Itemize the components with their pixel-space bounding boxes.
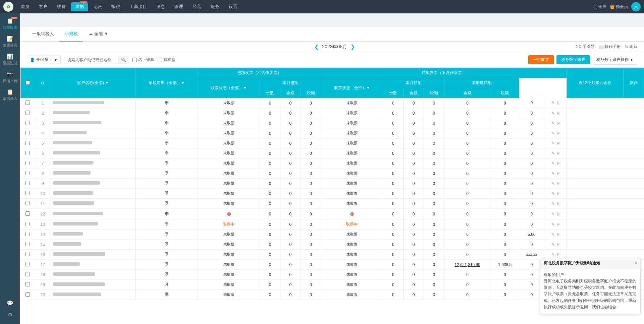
copy-button[interactable]: ⎘ bbox=[557, 191, 559, 196]
edit-button[interactable]: ✎ bbox=[551, 242, 555, 247]
search-input[interactable] bbox=[64, 56, 118, 64]
user-avatar[interactable]: 人 bbox=[631, 2, 641, 11]
copy-button[interactable]: ⎘ bbox=[557, 131, 559, 136]
select-all-checkbox[interactable] bbox=[25, 80, 30, 85]
copy-button[interactable]: ⎘ bbox=[557, 141, 559, 146]
status-unticket: 未取票 bbox=[223, 131, 234, 135]
copy-button[interactable]: ⎘ bbox=[557, 171, 559, 176]
checkbox-account[interactable]: 名下账套 bbox=[132, 57, 154, 63]
row-checkbox[interactable] bbox=[25, 161, 30, 165]
search-button[interactable]: 🔍 bbox=[118, 56, 129, 64]
edit-button[interactable]: ✎ bbox=[551, 161, 555, 166]
row-checkbox[interactable] bbox=[25, 292, 30, 297]
edit-button[interactable]: ✎ bbox=[551, 252, 555, 257]
copy-button[interactable]: ⎘ bbox=[557, 212, 559, 216]
row-checkbox[interactable] bbox=[25, 211, 30, 216]
copy-button[interactable]: ⎘ bbox=[557, 161, 559, 166]
refresh-button[interactable]: ↻ 刷新 bbox=[625, 44, 637, 50]
edit-button[interactable]: ✎ bbox=[551, 111, 555, 116]
row-checkbox[interactable] bbox=[25, 141, 30, 145]
sidebar-item-invoice-open[interactable]: 📝 发票开具 bbox=[0, 33, 20, 51]
copy-button[interactable]: ⎘ bbox=[557, 201, 559, 206]
edit-button[interactable]: ✎ bbox=[551, 201, 555, 206]
copy-button[interactable]: ⎘ bbox=[557, 181, 559, 186]
tab-all-capable[interactable]: ☁ 全能 ▼ bbox=[83, 27, 114, 42]
sidebar-item-smart-ticket[interactable]: 📋 智能取票 new bbox=[0, 15, 20, 33]
member-button[interactable]: 👑 购会员 bbox=[610, 4, 628, 10]
row-checkbox[interactable] bbox=[25, 101, 30, 105]
copy-button[interactable]: ⎘ bbox=[557, 242, 559, 247]
sidebar-item-chat[interactable]: 💬 bbox=[0, 297, 20, 309]
copy-button[interactable]: ⎘ bbox=[557, 222, 559, 227]
sidebar-item-invoice-summary[interactable]: 📊 票据汇总 bbox=[0, 51, 20, 68]
edit-button[interactable]: ✎ bbox=[551, 232, 555, 237]
edit-button[interactable]: ✎ bbox=[551, 181, 555, 186]
nav-manage[interactable]: 管理 bbox=[170, 2, 187, 11]
row-checkbox[interactable] bbox=[25, 222, 30, 226]
nav-accounting[interactable]: 记账 bbox=[89, 2, 106, 11]
notification-close-button[interactable]: × bbox=[635, 261, 637, 265]
one-key-ticket-button[interactable]: 一键取票 bbox=[528, 55, 554, 64]
row-checkbox[interactable] bbox=[25, 252, 30, 256]
tab-general-taxpayer[interactable]: 一般纳税人 bbox=[27, 27, 59, 42]
employee-filter[interactable]: 👤 全部员工 ▼ bbox=[27, 56, 61, 64]
nav-business[interactable]: 工商项目 bbox=[125, 2, 151, 11]
next-period-button[interactable]: ❯ bbox=[351, 44, 355, 50]
row-checkbox[interactable] bbox=[25, 272, 30, 276]
new-guide-button[interactable]: ? 新手引导 bbox=[575, 44, 595, 50]
td-in-amount: 0 bbox=[280, 230, 301, 240]
taxdisk-checkbox[interactable] bbox=[158, 58, 162, 62]
copy-button[interactable]: ⎘ bbox=[557, 232, 559, 237]
tab-small-scale[interactable]: 小规模 bbox=[59, 27, 83, 42]
sidebar-item-invoice-entry[interactable]: 📋 票据录入 bbox=[0, 86, 20, 104]
edit-button[interactable]: ✎ bbox=[551, 101, 555, 105]
edit-button[interactable]: ✎ bbox=[551, 212, 555, 216]
nav-settings[interactable]: 设置 bbox=[225, 2, 241, 11]
nav-fee[interactable]: 收费 bbox=[53, 2, 70, 11]
total12-value: 0 bbox=[530, 101, 533, 105]
sidebar-item-scan-upload[interactable]: 📷 扫描上传 bbox=[0, 68, 20, 86]
nav-ticket[interactable]: 票据 new bbox=[71, 2, 88, 11]
row-checkbox[interactable] bbox=[25, 282, 30, 286]
row-checkbox[interactable] bbox=[25, 242, 30, 246]
nav-tax[interactable]: 报税 bbox=[107, 2, 124, 11]
row-checkbox[interactable] bbox=[25, 151, 30, 155]
fullscreen-button[interactable]: ⛶ 全屏 bbox=[593, 4, 606, 10]
row-checkbox[interactable] bbox=[25, 201, 30, 205]
row-checkbox[interactable] bbox=[25, 232, 30, 236]
edit-button[interactable]: ✎ bbox=[551, 171, 555, 176]
row-checkbox[interactable] bbox=[25, 121, 30, 125]
copy-button[interactable]: ⎘ bbox=[557, 252, 559, 257]
edit-button[interactable]: ✎ bbox=[551, 222, 555, 227]
td-refund-tax: 0 bbox=[491, 280, 519, 290]
digital-account-op-button[interactable]: 税务数字账户操作 ▼ bbox=[593, 55, 637, 65]
row-checkbox[interactable] bbox=[25, 262, 30, 266]
manual-button[interactable]: 📖 操作手册 bbox=[599, 44, 621, 50]
edit-button[interactable]: ✎ bbox=[551, 131, 555, 136]
digital-account-button[interactable]: 税务数字账户 bbox=[556, 55, 590, 64]
td-in-amount: 0 bbox=[280, 118, 301, 128]
row-checkbox[interactable] bbox=[25, 181, 30, 185]
row-checkbox[interactable] bbox=[25, 171, 30, 175]
copy-button[interactable]: ⎘ bbox=[557, 151, 559, 156]
account-checkbox[interactable] bbox=[132, 58, 137, 62]
copy-button[interactable]: ⎘ bbox=[557, 111, 559, 116]
copy-button[interactable]: ⎘ bbox=[557, 101, 559, 105]
nav-service[interactable]: 服务 bbox=[207, 2, 223, 11]
td-out-tax: 0 bbox=[424, 179, 444, 189]
nav-home[interactable]: 首页 bbox=[17, 2, 34, 11]
nav-operation[interactable]: 经营 bbox=[189, 2, 205, 11]
nav-client[interactable]: 客户 bbox=[35, 2, 52, 11]
row-checkbox[interactable] bbox=[25, 131, 30, 135]
row-checkbox[interactable] bbox=[25, 191, 30, 195]
edit-button[interactable]: ✎ bbox=[551, 151, 555, 156]
edit-button[interactable]: ✎ bbox=[551, 141, 555, 146]
row-checkbox[interactable] bbox=[25, 111, 30, 115]
sidebar-item-config[interactable]: ⚙ bbox=[0, 309, 20, 321]
edit-button[interactable]: ✎ bbox=[551, 191, 555, 196]
copy-button[interactable]: ⎘ bbox=[557, 121, 559, 126]
checkbox-taxdisk[interactable]: 有税盘 bbox=[158, 57, 175, 63]
nav-message[interactable]: 消息 bbox=[152, 2, 169, 11]
prev-period-button[interactable]: ❮ bbox=[314, 44, 319, 50]
edit-button[interactable]: ✎ bbox=[551, 121, 555, 126]
